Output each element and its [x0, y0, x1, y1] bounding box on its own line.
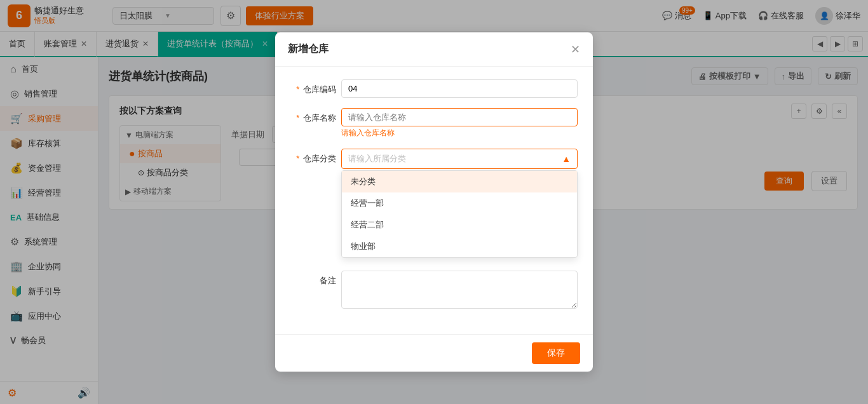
category-required: *: [296, 154, 299, 163]
modal-body: * 仓库编码 * 仓库名称 请输入仓库名称 * 仓库分类: [275, 67, 593, 334]
save-button[interactable]: 保存: [532, 342, 580, 364]
modal-header: 新增仓库 ✕: [275, 32, 593, 67]
dropdown-item-property[interactable]: 物业部: [342, 236, 577, 257]
form-row-remark: 备注: [290, 271, 578, 311]
name-required: *: [296, 113, 299, 123]
new-warehouse-modal: 新增仓库 ✕ * 仓库编码 * 仓库名称 请输入仓库名称: [275, 32, 593, 372]
category-wrap: 请输入所属分类 ▲ 未分类 经营一部 经营二部 物业部: [341, 149, 578, 169]
code-wrap: [341, 79, 578, 98]
name-label-text: 仓库名称: [303, 113, 336, 123]
form-row-code: * 仓库编码: [290, 79, 578, 98]
code-required: *: [296, 84, 299, 94]
category-label-text: 仓库分类: [303, 154, 336, 163]
remark-label-text: 备注: [320, 276, 336, 285]
name-wrap: 请输入仓库名称: [341, 108, 578, 138]
code-label: * 仓库编码: [290, 79, 341, 95]
remark-label: 备注: [290, 271, 341, 286]
category-dropdown: 未分类 经营一部 经营二部 物业部: [341, 170, 578, 258]
form-row-name: * 仓库名称 请输入仓库名称: [290, 108, 578, 138]
dropdown-item-dept2[interactable]: 经营二部: [342, 214, 577, 236]
remark-textarea[interactable]: [341, 271, 578, 309]
form-row-category: * 仓库分类 请输入所属分类 ▲ 未分类 经营一部 经营二部 物业部: [290, 149, 578, 169]
code-label-text: 仓库编码: [303, 84, 336, 94]
warehouse-name-input[interactable]: [341, 108, 578, 126]
dropdown-item-uncategorized[interactable]: 未分类: [342, 171, 577, 192]
category-select[interactable]: 请输入所属分类 ▲: [341, 149, 578, 169]
modal-footer: 保存: [275, 334, 593, 372]
category-arrow-icon: ▲: [562, 154, 571, 164]
warehouse-code-input[interactable]: [341, 79, 578, 98]
name-label: * 仓库名称: [290, 108, 341, 124]
name-error-msg: 请输入仓库名称: [341, 128, 578, 138]
dropdown-item-dept1[interactable]: 经营一部: [342, 192, 577, 214]
category-placeholder: 请输入所属分类: [348, 153, 406, 165]
category-label: * 仓库分类: [290, 149, 341, 165]
modal-close-button[interactable]: ✕: [571, 44, 580, 55]
remark-wrap: [341, 271, 578, 311]
modal-title: 新增仓库: [288, 43, 329, 56]
